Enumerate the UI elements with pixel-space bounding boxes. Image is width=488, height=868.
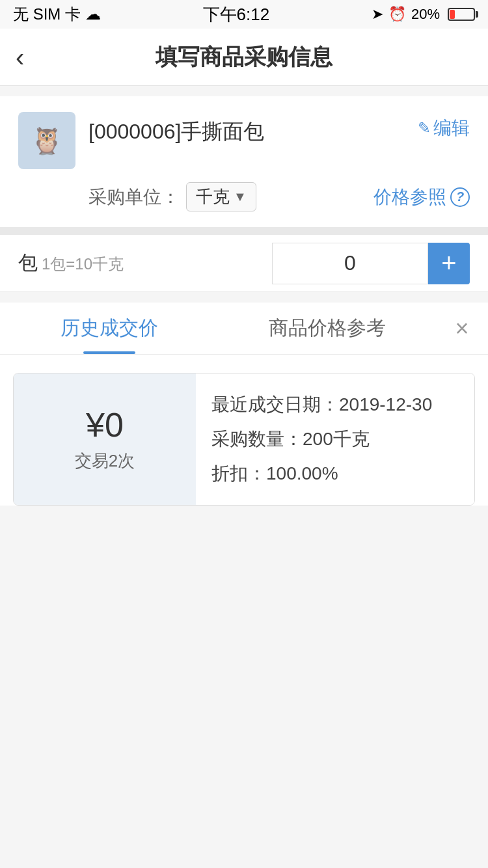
status-left: 无 SIM 卡 ☁ xyxy=(13,4,101,25)
qty-detail-line: 采购数量：200千克 xyxy=(211,426,459,452)
qty-detail-label: 采购数量： xyxy=(211,429,303,449)
quantity-input[interactable]: 0 xyxy=(272,243,428,284)
back-button[interactable]: ‹ xyxy=(16,44,24,70)
recent-date-value: 2019-12-30 xyxy=(339,394,432,414)
battery-percent: 20% xyxy=(411,6,440,23)
plus-icon: + xyxy=(441,249,456,278)
product-card: 🦉 [0000006]手撕面包 ✎ 编辑 采购单位： 千克 ▼ 价格参照 ? xyxy=(0,96,488,227)
quantity-plus-button[interactable]: + xyxy=(428,243,470,284)
history-price-panel: ¥0 交易2次 xyxy=(14,373,196,505)
alarm-icon: ⏰ xyxy=(388,6,406,23)
tab-price-ref-label: 商品价格参考 xyxy=(269,315,386,342)
product-left: 🦉 [0000006]手撕面包 xyxy=(18,112,418,169)
tab-section: 历史成交价 商品价格参考 × ¥0 交易2次 最近成交日期：2019-12-30… xyxy=(0,303,488,506)
unit-label: 采购单位： xyxy=(88,185,180,210)
page-title: 填写商品采购信息 xyxy=(156,42,332,72)
unit-value: 千克 xyxy=(196,185,230,208)
edit-button[interactable]: ✎ 编辑 xyxy=(418,116,470,141)
recent-date-line: 最近成交日期：2019-12-30 xyxy=(211,392,459,417)
product-name: [0000006]手撕面包 xyxy=(88,117,264,146)
price-number: 0 xyxy=(105,406,124,444)
unit-row-left: 采购单位： 千克 ▼ xyxy=(88,182,256,211)
battery-icon xyxy=(448,8,475,21)
product-unit-row: 采购单位： 千克 ▼ 价格参照 ? xyxy=(18,182,470,211)
quantity-value: 0 xyxy=(344,251,356,275)
nav-bar: ‹ 填写商品采购信息 xyxy=(0,29,488,86)
tab-history-price-label: 历史成交价 xyxy=(61,315,158,342)
close-icon: × xyxy=(455,315,468,342)
status-right: ➤ ⏰ 20% xyxy=(372,6,475,23)
tab-header: 历史成交价 商品价格参考 × xyxy=(0,303,488,355)
history-trade-count: 交易2次 xyxy=(75,450,135,472)
edit-label: 编辑 xyxy=(433,116,470,141)
sim-signal-text: 无 SIM 卡 ☁ xyxy=(13,4,101,25)
unit-select[interactable]: 千克 ▼ xyxy=(186,182,256,211)
qty-unit: 包 xyxy=(18,250,38,277)
product-header: 🦉 [0000006]手撕面包 ✎ 编辑 xyxy=(18,112,470,169)
product-thumbnail: 🦉 xyxy=(18,112,75,169)
history-card: ¥0 交易2次 最近成交日期：2019-12-30 采购数量：200千克 折扣：… xyxy=(13,373,475,506)
recent-date-label: 最近成交日期： xyxy=(211,394,339,414)
history-price-value: ¥0 xyxy=(86,405,124,444)
history-detail-panel: 最近成交日期：2019-12-30 采购数量：200千克 折扣：100.00% xyxy=(196,373,474,505)
discount-label: 折扣： xyxy=(211,463,266,483)
tab-history-price[interactable]: 历史成交价 xyxy=(0,303,218,354)
quantity-input-area: 0 + xyxy=(124,243,470,284)
tab-price-ref[interactable]: 商品价格参考 xyxy=(218,303,436,354)
divider xyxy=(0,227,488,235)
price-ref-button[interactable]: 价格参照 ? xyxy=(373,185,470,210)
price-ref-label: 价格参照 xyxy=(373,185,446,210)
qty-sub-label: 1包=10千克 xyxy=(42,254,124,275)
price-yen-symbol: ¥ xyxy=(86,406,105,444)
discount-value: 100.00% xyxy=(266,463,338,483)
location-icon: ➤ xyxy=(372,6,383,23)
status-time: 下午6:12 xyxy=(203,3,270,26)
product-thumb-icon: 🦉 xyxy=(31,126,63,156)
quantity-label: 包 1包=10千克 xyxy=(18,250,124,277)
dropdown-arrow-icon: ▼ xyxy=(234,189,247,204)
quantity-row: 包 1包=10千克 0 + xyxy=(0,235,488,292)
status-bar: 无 SIM 卡 ☁ 下午6:12 ➤ ⏰ 20% xyxy=(0,0,488,29)
tab-close-button[interactable]: × xyxy=(436,303,488,354)
edit-icon: ✎ xyxy=(418,119,431,137)
qty-detail-value: 200千克 xyxy=(303,429,370,449)
discount-line: 折扣：100.00% xyxy=(211,461,459,486)
price-ref-help-icon: ? xyxy=(450,187,470,207)
